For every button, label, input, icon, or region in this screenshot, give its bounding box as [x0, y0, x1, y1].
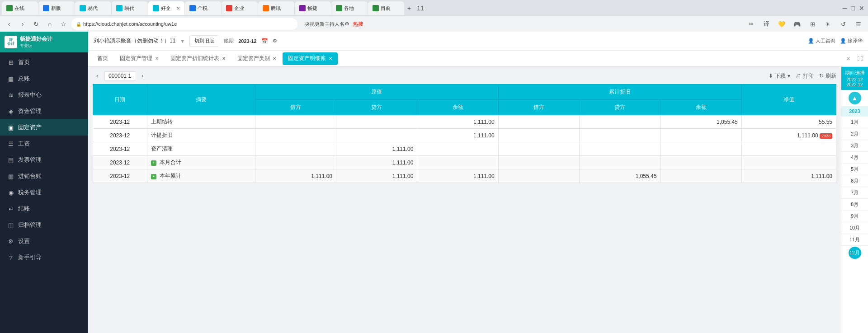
- browser-tab-11[interactable]: 目前: [368, 1, 404, 15]
- tab-favicon-5: [153, 5, 159, 11]
- browser-tab-6[interactable]: 个税: [185, 1, 221, 15]
- period-month-11[interactable]: 11月: [841, 234, 868, 246]
- sidebar-item-payroll[interactable]: ☰ 工资: [0, 136, 88, 152]
- sidebar-item-closing[interactable]: ↩ 结账: [0, 201, 88, 217]
- sidebar-item-guide[interactable]: ? 新手引导: [0, 249, 88, 266]
- tab-fixed-assets-mgmt[interactable]: 固定资产管理 ✕: [114, 52, 164, 65]
- browser-tab-2[interactable]: 新版: [38, 1, 75, 15]
- cell-net-value-3: [741, 156, 836, 169]
- reload-btn[interactable]: ↻: [31, 19, 42, 29]
- sidebar-item-inventory[interactable]: ▥ 进销台账: [0, 168, 88, 184]
- cell-date-4: 2023-12: [93, 169, 147, 183]
- translate-icon[interactable]: 译: [760, 18, 772, 30]
- tab-home[interactable]: 首页: [92, 52, 113, 65]
- settings-gear-btn[interactable]: ⚙: [273, 38, 277, 44]
- sidebar-label-closing: 结账: [18, 205, 30, 213]
- tab-collapse-btn[interactable]: ✕: [844, 54, 853, 63]
- browser-tab-7[interactable]: 企业: [222, 1, 258, 15]
- tab-fixed-assets-depr[interactable]: 固定资产折旧统计表 ✕: [165, 52, 231, 65]
- tab-fixed-assets-cat[interactable]: 固定资产类别 ✕: [232, 52, 282, 65]
- calendar-icon[interactable]: 📅: [261, 38, 268, 44]
- pagination-nav: ‹ 000001 1 ›: [93, 71, 147, 80]
- wallet-icon[interactable]: 💛: [776, 18, 788, 30]
- tab-label-11: 目前: [381, 5, 391, 12]
- tab-fixed-assets-detail[interactable]: 固定资产明细账 ✕: [283, 52, 338, 65]
- tab-label-fixed-assets-detail: 固定资产明细账: [288, 55, 326, 62]
- home-nav-btn[interactable]: ⌂: [44, 19, 55, 29]
- sidebar-item-home[interactable]: ⊞ 首页: [0, 54, 88, 70]
- download-btn[interactable]: ⬇ 下载 ▾: [769, 72, 790, 80]
- tab-close-fixed-assets-cat[interactable]: ✕: [273, 56, 276, 61]
- period-month-2[interactable]: 2月: [841, 128, 868, 140]
- period-month-6[interactable]: 6月: [841, 175, 868, 187]
- minimize-btn[interactable]: ─: [841, 5, 849, 12]
- sidebar-item-reports[interactable]: ≋ 报表中心: [0, 87, 88, 103]
- print-btn[interactable]: 🖨 打印: [796, 72, 814, 80]
- sidebar-item-archive[interactable]: ◫ 归档管理: [0, 217, 88, 233]
- tab-expand-btn[interactable]: ⛶: [855, 54, 864, 63]
- tab-close-5[interactable]: ✕: [176, 6, 180, 11]
- sidebar-item-funds[interactable]: ◈ 资金管理: [0, 103, 88, 119]
- cell-accum-balance-4: [660, 169, 741, 183]
- scissors-icon[interactable]: ✂: [745, 18, 757, 30]
- history-icon[interactable]: ↺: [837, 18, 849, 30]
- badge-btn[interactable]: 11: [414, 5, 427, 12]
- main-content: 刘小艳演示账套（勿删勿动！）11 ▼ 切到旧版 账期 2023-12 📅 ⚙ 👤…: [88, 32, 868, 333]
- browser-tab-4[interactable]: 易代: [112, 1, 148, 15]
- table-row: 2023-12 + 本月合计 1,111.00: [93, 156, 836, 169]
- period-month-9[interactable]: 9月: [841, 211, 868, 222]
- help-btn[interactable]: 👤 人工咨询: [808, 38, 835, 44]
- grid-icon[interactable]: ⊞: [807, 18, 818, 30]
- tab-close-fixed-assets-depr[interactable]: ✕: [222, 56, 226, 61]
- sidebar-item-settings[interactable]: ⚙ 设置: [0, 233, 88, 249]
- period-month-7[interactable]: 7月: [841, 187, 868, 199]
- browser-tab-9[interactable]: 畅捷: [295, 1, 331, 15]
- sidebar-item-tax[interactable]: ◉ 税务管理: [0, 184, 88, 201]
- period-month-8[interactable]: 8月: [841, 199, 868, 211]
- browser-tab-5[interactable]: 好企 ✕: [148, 1, 184, 15]
- cell-accum-credit-4: 1,055.45: [580, 169, 660, 183]
- bookmark-btn[interactable]: ☆: [58, 19, 69, 29]
- refresh-btn[interactable]: ↻ 刷新: [819, 72, 836, 80]
- browser-tab-3[interactable]: 易代: [75, 1, 111, 15]
- tab-close-fixed-assets-detail[interactable]: ✕: [329, 56, 332, 61]
- sidebar-item-invoice[interactable]: ▤ 发票管理: [0, 152, 88, 168]
- user-btn[interactable]: 👤 徐泽华: [840, 38, 863, 44]
- period-year-label[interactable]: 2023: [841, 106, 868, 117]
- tab-close-fixed-assets-mgmt[interactable]: ✕: [155, 56, 159, 61]
- brightness-icon[interactable]: ☀: [822, 18, 834, 30]
- close-btn[interactable]: ✕: [857, 5, 866, 12]
- sidebar-item-fixed-assets[interactable]: ▣ 固定资产: [0, 119, 88, 136]
- next-page-btn[interactable]: ›: [138, 71, 147, 80]
- forward-btn[interactable]: ›: [17, 19, 28, 29]
- browser-tab-1[interactable]: 在线: [2, 1, 38, 15]
- prev-page-btn[interactable]: ‹: [93, 71, 102, 80]
- new-tab-btn[interactable]: +: [405, 5, 414, 12]
- sidebar-label-guide: 新手引导: [18, 253, 42, 262]
- period-header: 期间选择 2023.12 2023.12: [841, 67, 868, 90]
- table-row: 2023-12 上期结转 1,111.00 1,055.45 55.55: [93, 115, 836, 129]
- inventory-icon: ▥: [7, 173, 14, 180]
- period-month-12[interactable]: 12月: [849, 247, 861, 259]
- period-month-5[interactable]: 5月: [841, 164, 868, 175]
- period-month-1[interactable]: 1月: [841, 117, 868, 128]
- sidebar-item-ledger[interactable]: ▦ 总账: [0, 70, 88, 87]
- menu-icon[interactable]: ☰: [853, 18, 864, 30]
- game-icon[interactable]: 🎮: [791, 18, 803, 30]
- back-btn[interactable]: ‹: [4, 19, 14, 29]
- cell-accum-debit-1: [498, 129, 579, 142]
- download-icon: ⬇: [769, 73, 773, 79]
- tab-label-fixed-assets-cat: 固定资产类别: [237, 55, 270, 62]
- payroll-icon: ☰: [7, 140, 14, 147]
- switch-version-btn[interactable]: 切到旧版: [189, 35, 219, 47]
- sidebar-label-tax: 税务管理: [18, 188, 42, 197]
- browser-tab-10[interactable]: 各地: [331, 1, 368, 15]
- period-month-10[interactable]: 10月: [841, 222, 868, 234]
- browser-tab-8[interactable]: 腾讯: [258, 1, 294, 15]
- maximize-btn[interactable]: □: [849, 5, 857, 12]
- period-month-3[interactable]: 3月: [841, 140, 868, 152]
- period-up-btn[interactable]: ▲: [849, 92, 861, 104]
- period-month-4[interactable]: 4月: [841, 152, 868, 164]
- table-row: 2023-12 计提折旧 1,111.00 1,111.00 2023: [93, 129, 836, 142]
- address-box[interactable]: 🔒 https://cloud.chanjet.com/accounting/u…: [71, 18, 297, 30]
